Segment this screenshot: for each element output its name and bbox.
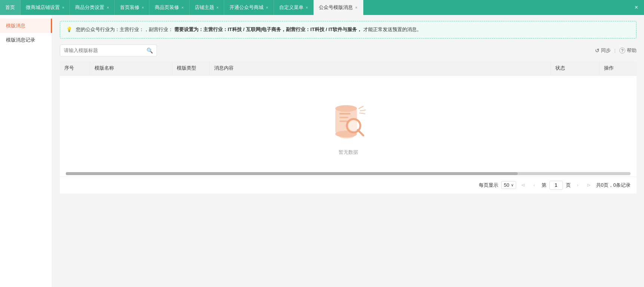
page-size-select[interactable]: 50 ∨: [501, 181, 516, 189]
nav-tab-home-decor-label: 首页装修: [120, 4, 139, 11]
notice-prefix-text: 您的公众号行业为：主营行业：，副营行业：: [76, 27, 173, 32]
toolbar-divider: |: [614, 48, 616, 53]
nav-tab-home[interactable]: 首页: [0, 0, 21, 15]
nav-tab-home-decor[interactable]: 首页装修 ×: [115, 0, 150, 15]
help-icon: ?: [619, 48, 625, 54]
empty-illustration-svg: [326, 98, 371, 143]
nav-tab-shop-theme-label: 店铺主题: [195, 4, 214, 11]
sidebar: 模版消息 模版消息记录: [0, 15, 52, 287]
toolbar-right: ↺ 同步 | ? 帮助: [595, 47, 637, 54]
prev-page-button[interactable]: ‹: [530, 181, 539, 189]
sidebar-item-template-msg-label: 模版消息: [6, 23, 25, 28]
page-size-value: 50: [504, 182, 509, 188]
nav-close-all-button[interactable]: ×: [629, 4, 644, 11]
nav-tab-custom-menu-label: 自定义菜单: [279, 4, 303, 11]
nav-tab-product-decor-close-icon[interactable]: ×: [181, 5, 184, 10]
svg-point-9: [348, 120, 359, 131]
nav-tab-open-wechat-shop[interactable]: 开通公众号商城 ×: [224, 0, 274, 15]
search-icon[interactable]: 🔍: [147, 48, 153, 54]
nav-tab-shop-theme[interactable]: 店铺主题 ×: [189, 0, 224, 15]
nav-tab-open-wechat-label: 开通公众号商城: [229, 4, 264, 11]
svg-point-2: [335, 105, 357, 112]
nav-tab-template-message-label: 公众号模版消息: [319, 4, 353, 11]
nav-tab-product-decor[interactable]: 商品页装修 ×: [150, 0, 189, 15]
content-area: 💡 您的公众号行业为：主营行业：，副营行业： 需要设置为：主营行业：IT科技 /…: [52, 15, 644, 287]
svg-line-10: [359, 106, 363, 109]
svg-rect-4: [339, 113, 351, 115]
sync-button[interactable]: ↺ 同步: [595, 47, 611, 54]
search-input-wrap[interactable]: 🔍: [60, 45, 157, 57]
help-button[interactable]: ? 帮助: [619, 47, 637, 54]
nav-tab-shop-theme-close-icon[interactable]: ×: [216, 5, 219, 10]
page-size-chevron-icon: ∨: [511, 183, 514, 187]
first-page-button[interactable]: ⊲: [519, 181, 527, 189]
nav-tab-custom-menu[interactable]: 自定义菜单 ×: [274, 0, 314, 15]
sidebar-item-template-msg-record[interactable]: 模版消息记录: [0, 33, 52, 47]
nav-tab-category-close-icon[interactable]: ×: [107, 5, 109, 10]
col-header-index: 序号: [60, 61, 90, 76]
nav-tab-weshop-setting[interactable]: 微商城店铺设置 ×: [21, 0, 70, 15]
notice-icon: 💡: [66, 27, 72, 32]
nav-tab-custom-menu-close-icon[interactable]: ×: [306, 5, 308, 10]
current-page-input[interactable]: [549, 181, 563, 190]
empty-state: 暂无数据: [60, 76, 637, 171]
col-header-action: 操作: [599, 61, 637, 76]
top-nav-bar: 首页 微商城店铺设置 × 商品分类设置 × 首页装修 × 商品页装修 × 店铺主…: [0, 0, 644, 15]
nav-tab-weshop-close-icon[interactable]: ×: [62, 5, 64, 10]
empty-text: 暂无数据: [339, 149, 358, 156]
notice-banner: 💡 您的公众号行业为：主营行业：，副营行业： 需要设置为：主营行业：IT科技 /…: [60, 21, 637, 39]
svg-line-11: [360, 110, 366, 111]
sync-label: 同步: [601, 47, 611, 54]
page-suffix: 页: [566, 182, 571, 189]
nav-tab-home-decor-close-icon[interactable]: ×: [142, 5, 144, 10]
nav-tab-product-decor-label: 商品页装修: [155, 4, 179, 11]
page-label: 第: [542, 182, 546, 189]
col-header-status: 状态: [551, 61, 599, 76]
sidebar-item-template-msg[interactable]: 模版消息: [0, 19, 52, 33]
table-header-row: 序号 模版名称 模版类型 消息内容 状态 操作: [60, 61, 637, 76]
search-bar: 🔍 ↺ 同步 | ? 帮助: [60, 45, 637, 57]
scroll-thumb[interactable]: [66, 172, 518, 175]
scroll-track-container: [60, 171, 637, 177]
main-layout: 模版消息 模版消息记录 💡 您的公众号行业为：主营行业：，副营行业： 需要设置为…: [0, 15, 644, 287]
table-container: 序号 模版名称 模版类型 消息内容 状态 操作: [60, 61, 637, 193]
last-page-button[interactable]: ⊳: [585, 181, 593, 189]
nav-tab-category-setting[interactable]: 商品分类设置 ×: [70, 0, 114, 15]
next-page-button[interactable]: ›: [574, 181, 582, 189]
nav-tab-open-wechat-close-icon[interactable]: ×: [266, 5, 268, 10]
svg-line-12: [360, 113, 365, 114]
nav-tab-weshop-label: 微商城店铺设置: [26, 4, 60, 11]
empty-illustration: [326, 98, 371, 143]
nav-tab-category-label: 商品分类设置: [75, 4, 104, 11]
sidebar-item-template-msg-record-label: 模版消息记录: [6, 37, 35, 43]
search-input[interactable]: [64, 48, 147, 53]
help-label: 帮助: [627, 47, 637, 54]
nav-tab-template-message-close-icon[interactable]: ×: [355, 5, 357, 10]
data-table: 序号 模版名称 模版类型 消息内容 状态 操作: [60, 61, 637, 76]
svg-rect-5: [339, 117, 348, 118]
nav-tab-template-message[interactable]: 公众号模版消息 ×: [314, 0, 363, 15]
nav-tab-home-label: 首页: [5, 4, 15, 11]
col-header-type: 模版类型: [172, 61, 209, 76]
total-text: 共0页，0条记录: [596, 182, 631, 189]
sync-icon: ↺: [595, 48, 600, 54]
notice-suffix-text: 才能正常发送预置的消息。: [363, 27, 422, 32]
pagination: 每页显示 50 ∨ ⊲ ‹ 第 页 › ⊳ 共0页，0条记录: [60, 177, 637, 193]
page-size-label: 每页显示: [479, 182, 498, 189]
col-header-name: 模版名称: [90, 61, 172, 76]
notice-highlight-text: 需要设置为：主营行业：IT科技 / 互联网|电子商务，副营行业：IT科技 / I…: [174, 27, 362, 32]
scroll-track[interactable]: [66, 172, 631, 175]
col-header-content: 消息内容: [209, 61, 551, 76]
